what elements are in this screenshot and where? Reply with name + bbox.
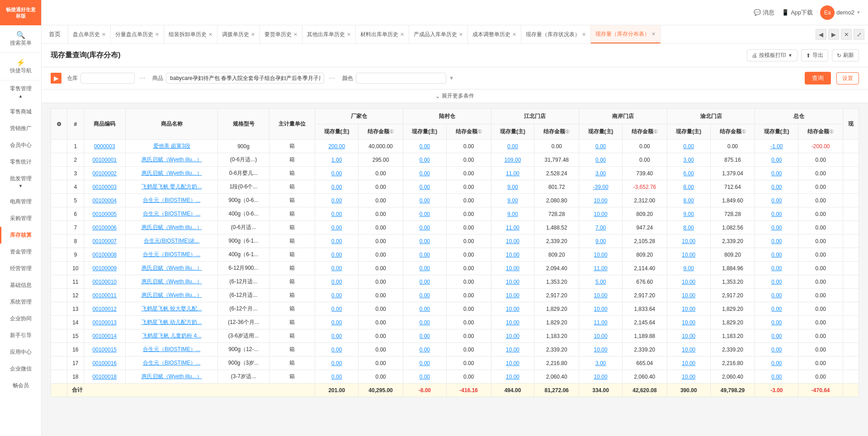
cell-w1-qty[interactable]: 0.00: [315, 262, 359, 275]
cell-w4-qty[interactable]: 11.00: [579, 316, 623, 329]
cell-total-qty[interactable]: 0.00: [755, 221, 798, 234]
tab-assembly[interactable]: 组装拆卸单历史 ✕: [164, 25, 217, 43]
goods-more-btn[interactable]: ···: [327, 74, 336, 82]
sidebar-item-marketing[interactable]: 营销推广: [0, 120, 41, 137]
user-menu[interactable]: Ea demo2 ▼: [820, 5, 861, 20]
cell-code[interactable]: 00100011: [84, 289, 125, 302]
cell-w5-qty[interactable]: 8.00: [667, 194, 710, 207]
cell-w1-qty[interactable]: 200.00: [315, 140, 359, 153]
cell-total-qty[interactable]: 0.00: [755, 329, 798, 343]
cell-name[interactable]: 飞鹤星飞帆 幼儿配方奶...: [125, 316, 217, 329]
tab-other-out-close[interactable]: ✕: [347, 32, 351, 38]
cell-total-qty[interactable]: 0.00: [755, 343, 798, 356]
tab-order-close[interactable]: ✕: [293, 32, 297, 38]
cell-w4-qty[interactable]: 3.00: [579, 356, 623, 370]
cell-w5-qty[interactable]: 8.00: [667, 221, 710, 234]
cell-w4-qty[interactable]: 0.00: [579, 153, 623, 167]
cell-w2-qty[interactable]: 0.00: [403, 316, 446, 329]
th-gear[interactable]: ⚙: [51, 109, 67, 140]
cell-w4-qty[interactable]: 10.00: [579, 343, 623, 356]
filter-expand-btn[interactable]: ▶: [51, 73, 61, 84]
tab-production-in[interactable]: 产成品入库单历史 ✕: [409, 25, 468, 43]
cell-w3-qty[interactable]: 109.00: [491, 153, 534, 167]
cell-code[interactable]: 00100006: [84, 221, 125, 234]
sidebar-item-quicknav[interactable]: ⚡ 快捷导航: [0, 53, 41, 80]
cell-w1-qty[interactable]: 0.00: [315, 302, 359, 316]
tab-next-btn[interactable]: ▶: [828, 29, 839, 40]
cell-code[interactable]: 00100002: [84, 167, 125, 180]
tab-material-out-close[interactable]: ✕: [400, 32, 404, 38]
cell-w5-qty[interactable]: 10.00: [667, 234, 710, 248]
cell-name[interactable]: 惠氏启赋（Wyeth illu...）: [125, 153, 217, 167]
cell-total-qty[interactable]: 0.00: [755, 194, 798, 207]
cell-w1-qty[interactable]: 0.00: [315, 316, 359, 329]
cell-w2-qty[interactable]: 0.00: [403, 289, 446, 302]
cell-w1-qty[interactable]: 0.00: [315, 180, 359, 194]
cell-name[interactable]: 惠氏启赋（Wyeth illu...）: [125, 370, 217, 384]
sidebar-item-weixin[interactable]: 企业微信: [0, 361, 41, 377]
tab-close-all-btn[interactable]: ✕: [841, 29, 852, 40]
sidebar-item-wholesale[interactable]: 批发管理 ▼: [0, 170, 41, 193]
cell-code[interactable]: 00100009: [84, 262, 125, 275]
tab-stock-status[interactable]: 现存量（库存状况表） ✕: [521, 25, 591, 43]
cell-w5-qty[interactable]: 10.00: [667, 356, 710, 370]
cell-w2-qty[interactable]: 0.00: [403, 180, 446, 194]
sidebar-item-finance[interactable]: 资金管理: [0, 244, 41, 260]
cell-code[interactable]: 00100007: [84, 234, 125, 248]
cell-w1-qty[interactable]: 0.00: [315, 221, 359, 234]
cell-w1-qty[interactable]: 0.00: [315, 167, 359, 180]
cell-w2-qty[interactable]: 0.00: [403, 167, 446, 180]
w2-amt-info[interactable]: ①: [477, 129, 482, 134]
expand-more-btn[interactable]: ⌄ 展开更多条件: [435, 92, 474, 100]
cell-w2-qty[interactable]: 0.00: [403, 329, 446, 343]
print-btn[interactable]: 🖨 按模板打印 ▼: [747, 49, 797, 61]
cell-w5-qty[interactable]: 0.00: [667, 140, 710, 153]
cell-name[interactable]: 合生元（BIOSTIME）...: [125, 248, 217, 262]
sidebar-item-basic[interactable]: 基础信息: [0, 277, 41, 294]
cell-w1-qty[interactable]: 0.00: [315, 248, 359, 262]
cell-w2-qty[interactable]: 0.00: [403, 302, 446, 316]
tab-production-in-close[interactable]: ✕: [459, 32, 463, 38]
sidebar-item-retail-mall[interactable]: 零售商城: [0, 103, 41, 120]
cell-w3-qty[interactable]: 10.00: [491, 329, 534, 343]
search-btn[interactable]: 查询: [805, 72, 831, 84]
cell-w4-qty[interactable]: 10.00: [579, 329, 623, 343]
total-amt-info[interactable]: ①: [829, 129, 834, 134]
w5-amt-info[interactable]: ①: [741, 129, 746, 134]
cell-w1-qty[interactable]: 0.00: [315, 289, 359, 302]
cell-w3-qty[interactable]: 10.00: [491, 370, 534, 384]
cell-w3-qty[interactable]: 10.00: [491, 248, 534, 262]
cell-code[interactable]: 00100001: [84, 153, 125, 167]
cell-w5-qty[interactable]: 10.00: [667, 302, 710, 316]
cell-w3-qty[interactable]: 9.00: [491, 180, 534, 194]
cell-w5-qty[interactable]: 10.00: [667, 248, 710, 262]
cell-total-qty[interactable]: 0.00: [755, 180, 798, 194]
cell-name[interactable]: 合生元（BIOSTIME）...: [125, 207, 217, 221]
cell-w3-qty[interactable]: 10.00: [491, 234, 534, 248]
cell-w4-qty[interactable]: 3.00: [579, 167, 623, 180]
tab-cost-adj-close[interactable]: ✕: [512, 32, 516, 38]
cell-w2-qty[interactable]: 0.00: [403, 221, 446, 234]
cell-name[interactable]: 合生元(BIOSTIME)浓...: [125, 234, 217, 248]
cell-w3-qty[interactable]: 10.00: [491, 262, 534, 275]
cell-code[interactable]: 00100005: [84, 207, 125, 221]
cell-w3-qty[interactable]: 10.00: [491, 275, 534, 289]
cell-code[interactable]: 00100008: [84, 248, 125, 262]
sidebar-item-guide[interactable]: 新手引导: [0, 327, 41, 344]
cell-w2-qty[interactable]: 0.00: [403, 153, 446, 167]
cell-name[interactable]: 飞鹤星飞帆 儿童奶粉 4...: [125, 329, 217, 343]
sidebar-item-ecommerce[interactable]: 电商管理: [0, 193, 41, 210]
tab-other-out[interactable]: 其他出库单历史 ✕: [302, 25, 356, 43]
cell-total-qty[interactable]: 0.00: [755, 153, 798, 167]
tab-stock-dist[interactable]: 现存量（库存分布表） ✕: [591, 25, 660, 43]
cell-w1-qty[interactable]: 0.00: [315, 370, 359, 384]
warehouse-input[interactable]: [80, 73, 135, 84]
cell-name[interactable]: 合生元（BIOSTIME）...: [125, 356, 217, 370]
tab-stocktake-branch-close[interactable]: ✕: [155, 32, 159, 38]
cell-w5-qty[interactable]: 3.00: [667, 153, 710, 167]
cell-w2-qty[interactable]: 0.00: [403, 275, 446, 289]
cell-name[interactable]: 惠氏启赋（Wyeth illu...）: [125, 167, 217, 180]
sidebar-item-inventory[interactable]: 库存核算: [0, 227, 41, 244]
cell-w4-qty[interactable]: 10.00: [579, 248, 623, 262]
cell-w4-qty[interactable]: 11.00: [579, 262, 623, 275]
